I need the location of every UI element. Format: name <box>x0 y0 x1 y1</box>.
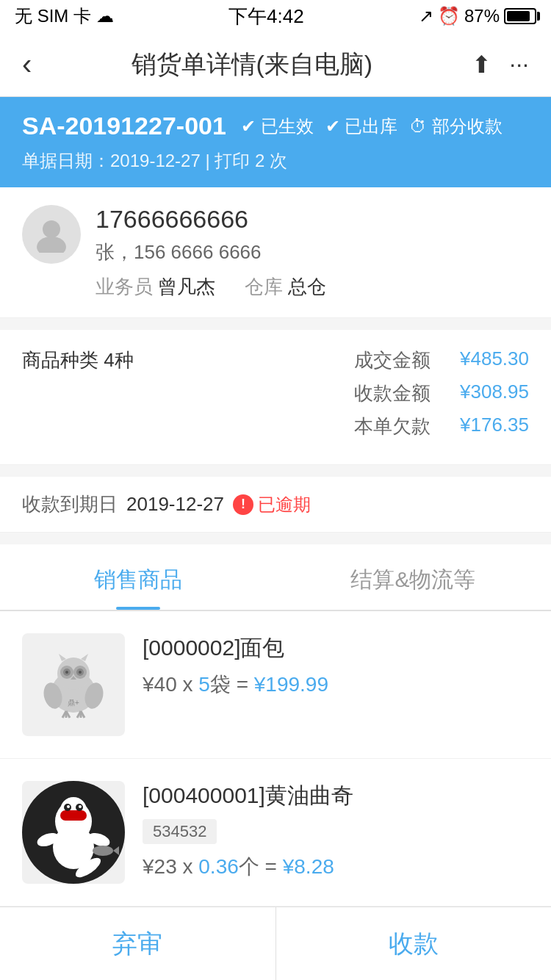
svg-point-9 <box>79 671 82 674</box>
product-name-2: [000400001]黄油曲奇 <box>143 781 529 811</box>
debt-amount-value: ¥176.35 <box>460 414 529 439</box>
tab-products[interactable]: 销售商品 <box>0 544 276 610</box>
warehouse-label: 仓库 <box>245 275 283 298</box>
customer-section: 17666666666 张，156 6666 6666 业务员 曾凡杰 仓库 总… <box>0 187 551 318</box>
header-banner: SA-20191227-001 ✔ 已生效 ✔ 已出库 ⏱ 部分收款 单据日期：… <box>0 97 551 187</box>
status-time: 下午4:42 <box>228 4 304 29</box>
due-date-label: 收款到期日 <box>22 491 118 517</box>
nav-bar: ‹ 销货单详情(来自电脑) ⬆ ··· <box>0 32 551 97</box>
receipt-amount-row: 收款金额 ¥308.95 <box>354 381 529 406</box>
battery-icon <box>504 8 536 24</box>
svg-rect-25 <box>60 810 87 821</box>
svg-point-8 <box>65 671 68 674</box>
banner-row1: SA-20191227-001 ✔ 已生效 ✔ 已出库 ⏱ 部分收款 <box>22 112 529 140</box>
svg-point-34 <box>93 846 113 856</box>
overdue-badge: ! 已逾期 <box>233 493 311 516</box>
product-qty-2: 0.36 <box>198 855 239 878</box>
bottom-bar: 弃审 收款 <box>0 907 551 980</box>
status-bar: 无 SIM 卡 ☁ 下午4:42 ↗ ⏰ 87% <box>0 0 551 32</box>
order-number: SA-20191227-001 <box>22 112 226 140</box>
print-count: | 打印 2 次 <box>201 151 287 170</box>
warehouse-value: 总仓 <box>288 275 326 298</box>
status-right: ↗ ⏰ 87% <box>419 6 536 26</box>
due-date-section: 收款到期日 2019-12-27 ! 已逾期 <box>0 477 551 533</box>
order-date: 2019-12-27 <box>110 151 201 170</box>
sales-value: 曾凡杰 <box>158 275 215 298</box>
debt-amount-row: 本单欠款 ¥176.35 <box>354 414 529 439</box>
debt-amount-label: 本单欠款 <box>354 414 431 439</box>
product-image-1: 鼎+ <box>22 633 125 736</box>
product-unit-1: 袋 <box>210 673 231 696</box>
product-price-2: ¥23 <box>143 855 177 878</box>
tabs-section[interactable]: 销售商品 结算&物流等 <box>0 544 551 611</box>
warehouse: 仓库 总仓 <box>245 274 326 300</box>
product-list: 鼎+ [0000002]面包 ¥40 x 5袋 = ¥199.99 <box>0 611 551 907</box>
status-badges: ✔ 已生效 ✔ 已出库 ⏱ 部分收款 <box>241 115 503 138</box>
type-label: 商品种类 <box>22 349 98 371</box>
alarm-icon: ⏰ <box>438 6 460 26</box>
share-button[interactable]: ⬆ <box>472 51 491 79</box>
product-pricing-1: ¥40 x 5袋 = ¥199.99 <box>143 671 529 699</box>
svg-point-0 <box>43 220 60 238</box>
stats-section: 商品种类 4种 成交金额 ¥485.30 收款金额 ¥308.95 本单欠款 ¥… <box>0 330 551 465</box>
more-button[interactable]: ··· <box>509 51 529 78</box>
avatar <box>22 205 81 264</box>
svg-point-29 <box>79 805 82 808</box>
product-details-2: [000400001]黄油曲奇 534532 ¥23 x 0.36个 = ¥8.… <box>143 781 529 881</box>
status-left: 无 SIM 卡 ☁ <box>15 4 114 28</box>
battery-percent: 87% <box>464 6 500 26</box>
customer-meta: 业务员 曾凡杰 仓库 总仓 <box>96 274 529 300</box>
page-title: 销货单详情(来自电脑) <box>132 48 373 82</box>
due-date-value: 2019-12-27 <box>126 493 224 516</box>
multiply-sign-2: x <box>183 855 199 878</box>
tab-settlement[interactable]: 结算&物流等 <box>276 544 551 610</box>
receipt-amount-label: 收款金额 <box>354 381 431 406</box>
svg-point-28 <box>67 805 70 808</box>
multiply-sign-1: x <box>183 673 199 696</box>
cancel-button[interactable]: 弃审 <box>0 907 276 980</box>
owl-placeholder: 鼎+ <box>22 633 125 736</box>
overdue-icon: ! <box>233 494 253 515</box>
svg-point-1 <box>37 237 66 253</box>
receipt-amount-value: ¥308.95 <box>460 381 529 406</box>
customer-id: 17666666666 <box>96 205 529 234</box>
customer-name-phone: 张，156 6666 6666 <box>96 239 529 265</box>
deal-amount-value: ¥485.30 <box>460 347 529 373</box>
deal-amount-row: 成交金额 ¥485.30 <box>354 347 529 373</box>
nav-actions: ⬆ ··· <box>472 51 529 79</box>
product-total-2: ¥8.28 <box>283 855 334 878</box>
list-item: [000400001]黄油曲奇 534532 ¥23 x 0.36个 = ¥8.… <box>0 759 551 907</box>
location-icon: ↗ <box>419 6 433 26</box>
deal-amount-label: 成交金额 <box>354 347 431 373</box>
date-label: 单据日期： <box>22 151 110 170</box>
confirm-button[interactable]: 收款 <box>276 907 552 980</box>
product-total-1: ¥199.99 <box>254 673 328 696</box>
product-details-1: [0000002]面包 ¥40 x 5袋 = ¥199.99 <box>143 633 529 699</box>
sim-status: 无 SIM 卡 ☁ <box>15 4 114 28</box>
status-shipped: ✔ 已出库 <box>325 115 398 138</box>
equals-sign-2: = <box>265 855 283 878</box>
product-unit-2: 个 <box>239 855 259 878</box>
overdue-text: 已逾期 <box>258 493 311 516</box>
product-price-1: ¥40 <box>143 673 177 696</box>
back-button[interactable]: ‹ <box>22 48 32 81</box>
product-image-2 <box>22 781 125 884</box>
type-value: 4种 <box>104 349 133 371</box>
product-name-1: [0000002]面包 <box>143 633 529 663</box>
sales-label: 业务员 <box>96 275 153 298</box>
banner-date-row: 单据日期：2019-12-27 | 打印 2 次 <box>22 149 529 173</box>
status-partial: ⏱ 部分收款 <box>409 115 503 138</box>
product-qty-1: 5 <box>198 673 210 696</box>
customer-info: 17666666666 张，156 6666 6666 业务员 曾凡杰 仓库 总… <box>96 205 529 300</box>
sales-person: 业务员 曾凡杰 <box>96 274 215 300</box>
product-sku-2: 534532 <box>143 819 217 844</box>
status-effective: ✔ 已生效 <box>241 115 314 138</box>
amount-stats: 成交金额 ¥485.30 收款金额 ¥308.95 本单欠款 ¥176.35 <box>354 347 529 447</box>
equals-sign-1: = <box>237 673 254 696</box>
list-item: 鼎+ [0000002]面包 ¥40 x 5袋 = ¥199.99 <box>0 611 551 759</box>
product-type-stat: 商品种类 4种 <box>22 347 134 373</box>
svg-text:鼎+: 鼎+ <box>68 699 79 707</box>
product-pricing-2: ¥23 x 0.36个 = ¥8.28 <box>143 853 529 881</box>
